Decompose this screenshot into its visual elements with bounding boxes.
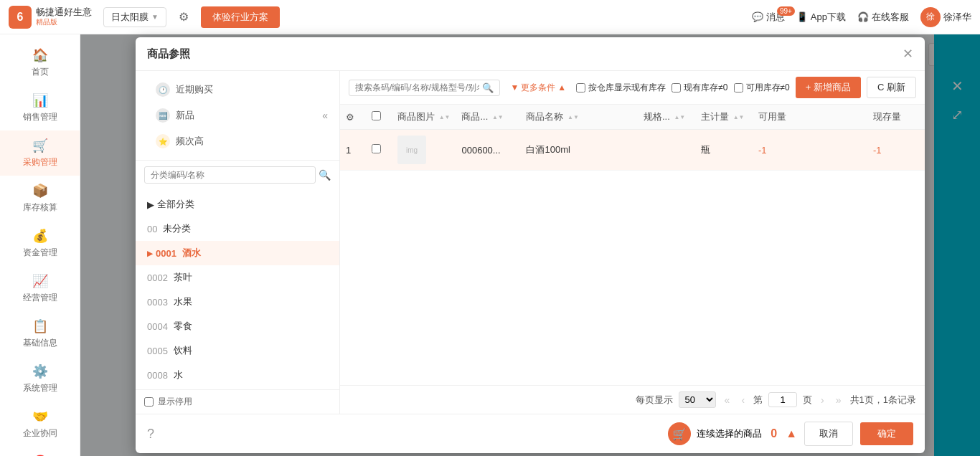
app-download-nav[interactable]: 📱 App下载 [796, 11, 846, 24]
product-search-input[interactable] [355, 82, 479, 92]
modal-title: 商品参照 [147, 47, 190, 61]
row-name: 白酒100ml [520, 130, 638, 171]
collapse-cart-icon[interactable]: ▲ [786, 427, 797, 440]
sidebar-item-home[interactable]: 🏠 首页 [0, 40, 80, 85]
product-table: ⚙ 商品图片 ▲▼ 商品... ▲▼ [340, 105, 925, 171]
expand-icon: ▶ [147, 199, 154, 210]
prev-page-button[interactable]: ‹ [738, 393, 748, 407]
col-stock: 现存量 [867, 105, 925, 130]
sidebar-item-inventory[interactable]: 📦 库存核算 [0, 176, 80, 221]
filter-row: 🔍 ▼ 更多条件 ▲ 按仓库显示现有库存 [340, 71, 925, 105]
quick-link-recent[interactable]: 🕐 近期购买 [144, 77, 225, 103]
top-nav: 6 畅捷通好生意 精品版 日太阳膜 ▼ ⚙ 体验行业方案 💬 消息 99+ 📱 … [0, 0, 980, 34]
col-settings[interactable]: ⚙ [340, 105, 366, 130]
message-nav[interactable]: 💬 消息 99+ [752, 11, 785, 24]
page-size-select[interactable]: 50 10 20 100 [679, 391, 716, 408]
current-stock-filter[interactable]: 现有库存≠0 [672, 82, 727, 94]
sidebar-item-label: 经营管理 [23, 292, 57, 304]
sidebar-item-system[interactable]: ⚙️ 系统管理 [0, 356, 80, 402]
modal-header: 商品参照 ✕ [136, 37, 925, 71]
cat-fruit[interactable]: 0003 水果 [136, 290, 339, 314]
settings-icon[interactable]: ⚙ [172, 6, 195, 29]
trial-button[interactable]: 体验行业方案 [201, 6, 280, 28]
sidebar-item-sales[interactable]: 📊 销售管理 [0, 85, 80, 130]
show-disabled-checkbox[interactable] [144, 397, 154, 407]
cat-snacks[interactable]: 0004 零食 [136, 314, 339, 338]
help-icon[interactable]: ? [147, 427, 154, 442]
quick-link-label: 新品 [176, 109, 194, 122]
sidebar-item-management[interactable]: 📈 经营管理 [0, 266, 80, 311]
cat-label: 未分类 [163, 222, 191, 235]
table-row[interactable]: 1 img 000600... 白酒100ml 瓶 [340, 130, 925, 171]
first-page-button[interactable]: « [722, 393, 733, 407]
category-search-icon[interactable]: 🔍 [319, 169, 331, 181]
cat-label: 酒水 [182, 247, 201, 260]
cat-drinks[interactable]: 0005 饮料 [136, 338, 339, 363]
company-name: 日太阳膜 [111, 11, 149, 24]
search-icon[interactable]: 🔍 [482, 82, 494, 93]
quick-link-new[interactable]: 🆕 新品 [144, 103, 225, 128]
online-service-nav[interactable]: 🎧 在线客服 [857, 11, 909, 24]
warehouse-stock-filter[interactable]: 按仓库显示现有库存 [576, 82, 666, 94]
available-stock-filter[interactable]: 可用库存≠0 [734, 82, 790, 94]
user-nav[interactable]: 徐 徐泽华 [920, 7, 971, 27]
sidebar-item-label: 系统管理 [23, 382, 57, 394]
cat-tea[interactable]: 0002 茶叶 [136, 265, 339, 290]
quick-link-frequent[interactable]: ⭐ 频次高 [144, 128, 225, 154]
sidebar-item-basic-info[interactable]: 📋 基础信息 [0, 311, 80, 356]
sidebar: 🏠 首页 📊 销售管理 🛒 采购管理 📦 库存核算 💰 资金管理 📈 经营管理 … [0, 34, 80, 456]
quick-link-label: 近期购买 [176, 83, 213, 96]
sidebar-item-purchase[interactable]: 🛒 采购管理 [0, 130, 80, 176]
cat-label: 水 [174, 369, 183, 381]
col-checkbox[interactable] [366, 105, 392, 130]
collapse-left-button[interactable]: « [319, 107, 331, 124]
last-page-button[interactable]: » [833, 393, 844, 407]
refresh-button[interactable]: C 刷新 [867, 77, 916, 98]
cart-icon[interactable]: 🛒 [668, 422, 691, 445]
row-spacer [824, 130, 867, 171]
cat-uncategorized[interactable]: 00 未分类 [136, 217, 339, 241]
cat-code: 0004 [147, 321, 168, 332]
more-filter-button[interactable]: ▼ 更多条件 ▲ [506, 80, 570, 96]
logo-text: 畅捷通好生意 精品版 [36, 6, 92, 28]
row-available: -1 [753, 130, 824, 171]
confirm-button[interactable]: 确定 [860, 422, 913, 445]
message-badge: 99+ [777, 6, 795, 16]
row-index: 1 [340, 130, 366, 171]
cat-water[interactable]: 0008 水 [136, 363, 339, 387]
cat-all[interactable]: ▶ 全部分类 [136, 192, 339, 217]
product-reference-modal: 商品参照 ✕ 🕐 近期购买 [136, 37, 925, 453]
add-product-button[interactable]: + 新增商品 [796, 77, 861, 98]
sidebar-item-collab[interactable]: 🤝 企业协同 [0, 402, 80, 447]
product-table-wrap: ⚙ 商品图片 ▲▼ 商品... ▲▼ [340, 105, 925, 385]
row-checkbox[interactable] [366, 130, 392, 171]
chevron-up-icon: ▲ [557, 82, 566, 92]
cat-liquor[interactable]: ▶ 0001 酒水 [136, 241, 339, 265]
freq-icon: ⭐ [156, 134, 170, 148]
cat-label: 全部分类 [157, 198, 194, 211]
show-disabled-row: 显示停用 [136, 389, 339, 414]
cat-label: 零食 [174, 320, 192, 333]
page-input[interactable] [768, 392, 797, 407]
inventory-icon: 📦 [32, 183, 48, 199]
col-spec: 规格... ▲▼ [638, 105, 695, 130]
sidebar-item-label: 采购管理 [23, 156, 57, 168]
next-page-button[interactable]: › [818, 393, 827, 407]
modal-close-button[interactable]: ✕ [903, 46, 913, 62]
category-search-input[interactable] [144, 166, 316, 184]
filter-icon: ▼ [510, 82, 519, 92]
cat-code: 0001 [156, 248, 176, 259]
sidebar-item-guide[interactable]: 🎯 新手引导 [0, 447, 80, 456]
cancel-button[interactable]: 取消 [804, 422, 853, 446]
pagination-row: 每页显示 50 10 20 100 « ‹ 第 页 [340, 385, 925, 414]
modal-overlay: 商品参照 ✕ 🕐 近期购买 [80, 34, 980, 456]
cat-code: 00 [147, 224, 157, 234]
nav-right: 💬 消息 99+ 📱 App下载 🎧 在线客服 徐 徐泽华 [752, 7, 971, 27]
col-scroll-space [824, 105, 867, 130]
product-search-bar: 🔍 [349, 80, 500, 96]
company-selector[interactable]: 日太阳膜 ▼ [103, 7, 166, 27]
sidebar-item-label: 首页 [32, 66, 49, 78]
system-icon: ⚙️ [32, 364, 48, 379]
sidebar-item-finance[interactable]: 💰 资金管理 [0, 221, 80, 266]
modal-body: 🕐 近期购买 🆕 新品 ⭐ 频次高 [136, 71, 925, 414]
